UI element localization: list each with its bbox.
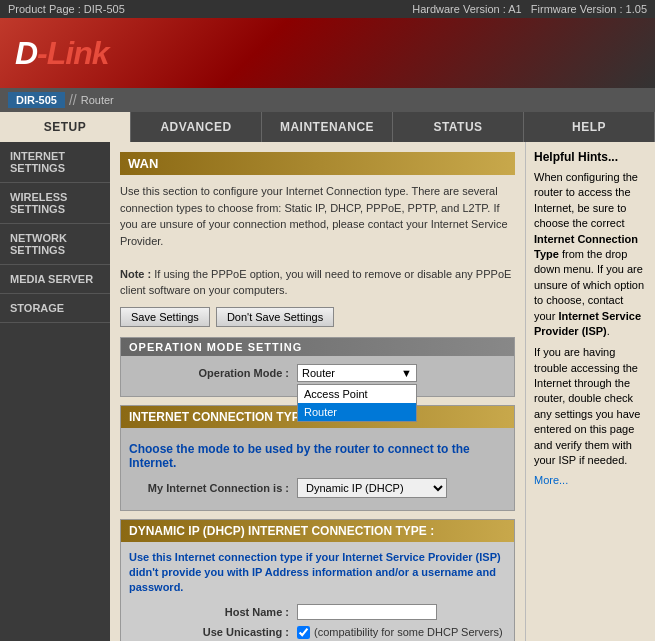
inet-connection-label: My Internet Connection is : [129, 482, 289, 494]
help-panel: Helpful Hints... When configuring the ro… [525, 142, 655, 641]
operation-mode-row: Operation Mode : Router ▼ Access Point R… [129, 364, 506, 382]
btn-row: Save Settings Don't Save Settings [120, 307, 515, 327]
breadcrumb-page: Router [81, 94, 114, 106]
sidebar-item-media[interactable]: MEDIA SERVER [0, 265, 110, 294]
sidebar-item-storage[interactable]: STORAGE [0, 294, 110, 323]
help-more-link[interactable]: More... [534, 474, 568, 486]
sidebar: INTERNET SETTINGS WIRELESS SETTINGS NETW… [0, 142, 110, 641]
dhcp-info: Use this Internet connection type if you… [129, 550, 506, 596]
sidebar-item-internet[interactable]: INTERNET SETTINGS [0, 142, 110, 183]
tab-help[interactable]: HELP [524, 112, 655, 142]
model-badge: DIR-505 [8, 92, 65, 108]
note-text: If using the PPPoE option, you will need… [120, 268, 511, 297]
main-nav: SETUP ADVANCED MAINTENANCE STATUS HELP [0, 112, 655, 142]
inet-connection-select[interactable]: Dynamic IP (DHCP) [297, 478, 447, 498]
option-router[interactable]: Router [298, 403, 416, 421]
help-title: Helpful Hints... [534, 150, 647, 164]
unicasting-checkbox[interactable] [297, 626, 310, 639]
product-label: Product Page : DIR-505 [8, 3, 125, 15]
help-bold-1: Internet Connection Type [534, 233, 638, 260]
operation-mode-label: Operation Mode : [129, 367, 289, 379]
inet-choose-text: Choose the mode to be used by the router… [129, 442, 506, 470]
breadcrumb: DIR-505 // Router [0, 88, 655, 112]
hostname-label: Host Name : [129, 606, 289, 618]
breadcrumb-sep: // [69, 92, 77, 108]
operation-mode-content: Operation Mode : Router ▼ Access Point R… [121, 356, 514, 396]
unicasting-label: Use Unicasting : [129, 626, 289, 638]
version-info: Hardware Version : A1 Firmware Version :… [412, 3, 647, 15]
operation-mode-section: OPERATION MODE SETTING Operation Mode : … [120, 337, 515, 397]
hostname-row: Host Name : [129, 604, 506, 620]
inet-content: Choose the mode to be used by the router… [121, 436, 514, 510]
operation-mode-value: Router [302, 367, 401, 379]
operation-mode-select[interactable]: Router ▼ [297, 364, 417, 382]
main-content: WAN Use this section to configure your I… [110, 142, 525, 641]
help-text: When configuring the router to access th… [534, 170, 647, 339]
help-bold-2: Internet Service Provider (ISP) [534, 310, 641, 337]
wan-description: Use this section to configure your Inter… [120, 183, 515, 299]
tab-advanced[interactable]: ADVANCED [131, 112, 262, 142]
tab-setup[interactable]: SETUP [0, 112, 131, 142]
unicasting-text: (compatibility for some DHCP Servers) [314, 626, 503, 638]
top-bar: Product Page : DIR-505 Hardware Version … [0, 0, 655, 18]
tab-maintenance[interactable]: MAINTENANCE [262, 112, 393, 142]
unicasting-row: Use Unicasting : (compatibility for some… [129, 626, 506, 639]
note-label: Note : [120, 268, 151, 280]
dlink-logo: D-Link [15, 35, 109, 72]
tab-status[interactable]: STATUS [393, 112, 524, 142]
content-wrapper: INTERNET SETTINGS WIRELESS SETTINGS NETW… [0, 142, 655, 641]
operation-mode-dropdown-wrapper: Router ▼ Access Point Router [297, 364, 417, 382]
save-button[interactable]: Save Settings [120, 307, 210, 327]
sidebar-item-network[interactable]: NETWORK SETTINGS [0, 224, 110, 265]
dhcp-section: DYNAMIC IP (DHCP) INTERNET CONNECTION TY… [120, 519, 515, 642]
wan-title: WAN [120, 152, 515, 175]
dont-save-button[interactable]: Don't Save Settings [216, 307, 334, 327]
header: D-Link [0, 18, 655, 88]
inet-connection-row: My Internet Connection is : Dynamic IP (… [129, 478, 506, 498]
dhcp-title: DYNAMIC IP (DHCP) INTERNET CONNECTION TY… [121, 520, 514, 542]
hostname-input[interactable] [297, 604, 437, 620]
operation-mode-title: OPERATION MODE SETTING [121, 338, 514, 356]
sidebar-item-wireless[interactable]: WIRELESS SETTINGS [0, 183, 110, 224]
option-access-point[interactable]: Access Point [298, 385, 416, 403]
dropdown-arrow-icon: ▼ [401, 367, 412, 379]
operation-mode-popup: Access Point Router [297, 384, 417, 422]
help-text-2: If you are having trouble accessing the … [534, 345, 647, 468]
